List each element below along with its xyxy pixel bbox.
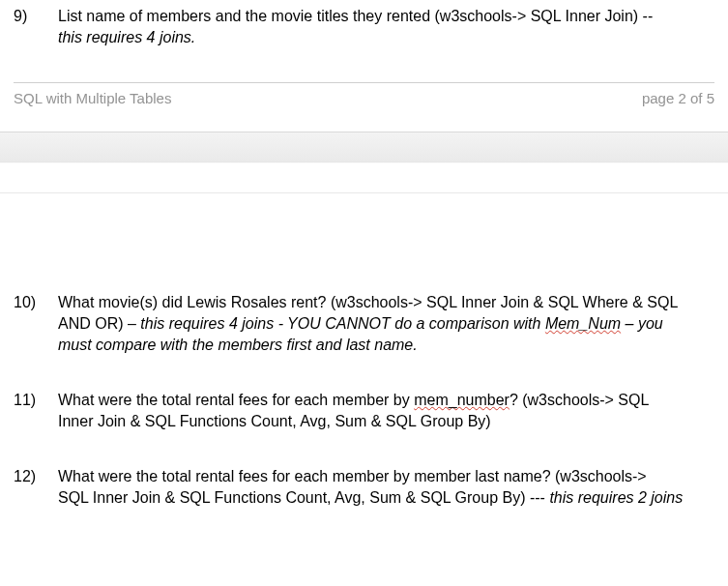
question-10-number: 10): [14, 292, 43, 313]
question-11-body: What were the total rental fees for each…: [58, 390, 714, 431]
question-12-line2a: SQL Inner Join & SQL Functions Count, Av…: [58, 489, 549, 506]
page-footer: SQL with Multiple Tables page 2 of 5: [14, 82, 714, 132]
question-9-note: this requires 4 joins.: [58, 29, 195, 45]
question-12-number: 12): [14, 466, 43, 487]
question-9-text: List name of members and the movie title…: [58, 8, 653, 24]
question-12-body: What were the total rental fees for each…: [58, 466, 714, 508]
question-9: 9) List name of members and the movie ti…: [14, 6, 714, 47]
question-10-line3: must compare with the members first and …: [58, 337, 418, 353]
question-9-number: 9): [14, 6, 43, 27]
question-10-line1: What movie(s) did Lewis Rosales rent? (w…: [58, 294, 678, 310]
question-12-line2b: this requires 2 joins: [549, 489, 683, 506]
question-11-line1b: ? (w3schools-> SQL: [510, 392, 650, 408]
question-12-line1: What were the total rental fees for each…: [58, 468, 647, 484]
question-10: 10) What movie(s) did Lewis Rosales rent…: [14, 292, 714, 355]
question-11: 11) What were the total rental fees for …: [14, 390, 714, 431]
page-break-divider: [0, 132, 728, 193]
page-top-region: 9) List name of members and the movie ti…: [0, 0, 728, 132]
question-10-italic-c: – you: [621, 315, 663, 332]
question-9-body: List name of members and the movie title…: [58, 6, 714, 47]
question-11-memnumber: mem_number: [414, 392, 510, 408]
question-10-line2a: AND OR) –: [58, 315, 140, 332]
question-10-memnum: Mem_Num: [545, 315, 621, 332]
question-11-line1a: What were the total rental fees for each…: [58, 392, 414, 408]
question-10-body: What movie(s) did Lewis Rosales rent? (w…: [58, 292, 714, 355]
footer-left-text: SQL with Multiple Tables: [14, 89, 171, 108]
question-11-line2: Inner Join & SQL Functions Count, Avg, S…: [58, 413, 491, 429]
question-10-italic-a: this requires 4 joins - YOU CANNOT do a …: [140, 315, 545, 332]
page-bottom-region: 10) What movie(s) did Lewis Rosales rent…: [0, 193, 728, 508]
footer-right-text: page 2 of 5: [642, 89, 714, 108]
question-11-number: 11): [14, 390, 43, 411]
question-12: 12) What were the total rental fees for …: [14, 466, 714, 508]
